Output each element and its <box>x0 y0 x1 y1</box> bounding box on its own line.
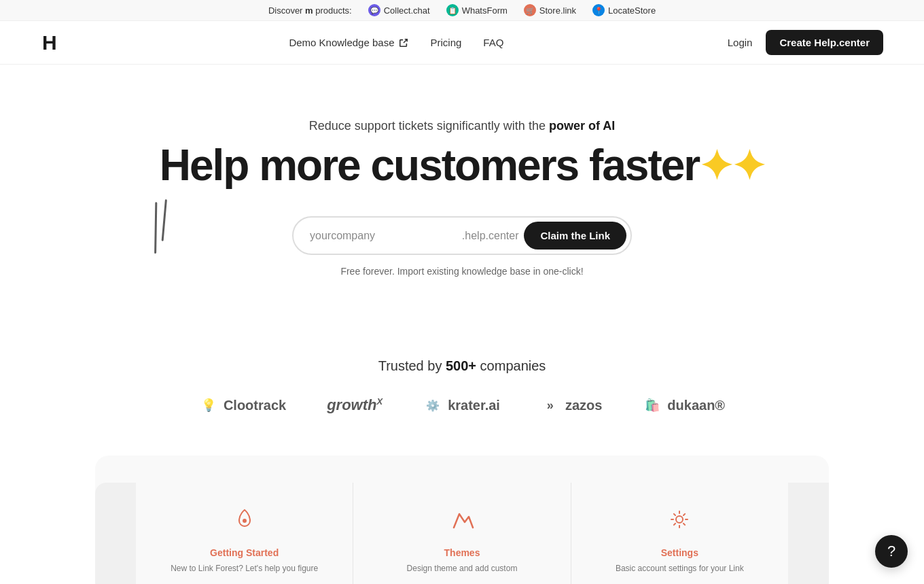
hero-section: Reduce support tickets significantly wit… <box>0 65 924 358</box>
nav-pricing-link[interactable]: Pricing <box>430 37 461 48</box>
product-storelink[interactable]: 🛒 Store.link <box>524 4 576 16</box>
getting-started-desc: New to Link Forest? Let's help you figur… <box>149 562 339 574</box>
external-link-icon <box>399 38 408 48</box>
settings-title: Settings <box>585 547 775 558</box>
kraterai-icon: ⚙️ <box>423 396 442 415</box>
login-link[interactable]: Login <box>728 37 753 48</box>
dukaan-label: dukaan® <box>667 398 725 413</box>
trusted-section: Trusted by 500+ companies 💡 Clootrack gr… <box>0 358 924 456</box>
preview-item-settings: Settings Basic account settings for your… <box>571 483 788 584</box>
nav-demo-link[interactable]: Demo Knowledge base <box>289 37 408 48</box>
settings-desc: Basic account settings for your Link <box>585 562 775 574</box>
zazos-icon: » <box>541 396 560 415</box>
product-collect[interactable]: 💬 Collect.chat <box>368 4 430 16</box>
whatsform-icon: 📋 <box>446 4 459 16</box>
product-locatestore[interactable]: 📍 LocateStore <box>592 4 656 16</box>
url-suffix: .help.center <box>462 230 519 242</box>
clootrack-icon: 💡 <box>199 396 218 415</box>
deco-slash <box>129 196 183 264</box>
svg-point-3 <box>243 519 247 523</box>
nav-faq-link[interactable]: FAQ <box>483 37 503 48</box>
preview-item-themes: Themes Design theme and add custom <box>353 483 571 584</box>
themes-desc: Design theme and add custom <box>367 562 556 574</box>
svg-line-1 <box>143 203 168 253</box>
growthx-label: growthX <box>327 396 383 414</box>
logo[interactable]: H <box>41 31 65 55</box>
claim-link-button[interactable]: Claim the Link <box>524 222 626 250</box>
svg-text:H: H <box>42 31 56 54</box>
logo-icon: H <box>41 31 65 55</box>
product-whatsform[interactable]: 📋 WhatsForm <box>446 4 508 16</box>
themes-title: Themes <box>367 547 556 558</box>
logo-kraterai: ⚙️ krater.ai <box>423 396 500 415</box>
whatsform-label: WhatsForm <box>462 5 508 16</box>
sparkle-icon: ✦✦ <box>699 144 764 189</box>
top-bar: Discover m products: 💬 Collect.chat 📋 Wh… <box>0 0 924 21</box>
logo-growthx: growthX <box>327 396 383 414</box>
logo-dukaan: 🛍️ dukaan® <box>643 396 725 415</box>
svg-line-2 <box>153 201 176 240</box>
navbar: H Demo Knowledge base Pricing FAQ Login … <box>0 21 924 65</box>
locatestore-icon: 📍 <box>592 4 605 16</box>
hero-note: Free forever. Import existing knowledge … <box>340 266 583 277</box>
preview-section: Getting Started New to Link Forest? Let'… <box>54 456 870 584</box>
storelink-label: Store.link <box>539 5 576 16</box>
hero-title: Help more customers faster✦✦ <box>160 141 765 189</box>
getting-started-title: Getting Started <box>149 547 339 558</box>
kraterai-label: krater.ai <box>448 398 500 413</box>
svg-point-4 <box>676 516 683 523</box>
url-input-wrapper: yourcompany .help.center Claim the Link <box>292 216 632 255</box>
chat-icon: ? <box>887 543 895 560</box>
trusted-title: Trusted by 500+ companies <box>14 358 910 374</box>
getting-started-icon <box>149 504 339 540</box>
collect-icon: 💬 <box>368 4 380 16</box>
hero-subtitle: Reduce support tickets significantly wit… <box>309 119 616 133</box>
nav-links: Demo Knowledge base Pricing FAQ <box>289 37 503 48</box>
zazos-label: zazos <box>565 398 602 413</box>
company-name-input[interactable] <box>375 230 462 242</box>
clootrack-label: Clootrack <box>224 398 286 413</box>
preview-right-panel <box>788 483 829 584</box>
preview-left-panel <box>95 483 136 584</box>
collect-label: Collect.chat <box>384 5 430 16</box>
themes-icon <box>367 504 556 540</box>
logo-clootrack: 💡 Clootrack <box>199 396 286 415</box>
locatestore-label: LocateStore <box>608 5 656 16</box>
preview-item-getting-started: Getting Started New to Link Forest? Let'… <box>136 483 353 584</box>
preview-card: Getting Started New to Link Forest? Let'… <box>95 456 829 584</box>
logos-row: 💡 Clootrack growthX ⚙️ krater.ai » zazos… <box>14 396 910 415</box>
url-placeholder-text: yourcompany <box>310 230 375 242</box>
create-help-center-button[interactable]: Create Help.center <box>766 30 883 55</box>
logo-zazos: » zazos <box>541 396 602 415</box>
settings-icon <box>585 504 775 540</box>
storelink-icon: 🛒 <box>524 4 536 16</box>
discover-text: Discover m products: <box>268 5 352 16</box>
dukaan-icon: 🛍️ <box>643 396 662 415</box>
nav-right: Login Create Help.center <box>728 30 883 55</box>
chat-bubble[interactable]: ? <box>875 535 908 568</box>
